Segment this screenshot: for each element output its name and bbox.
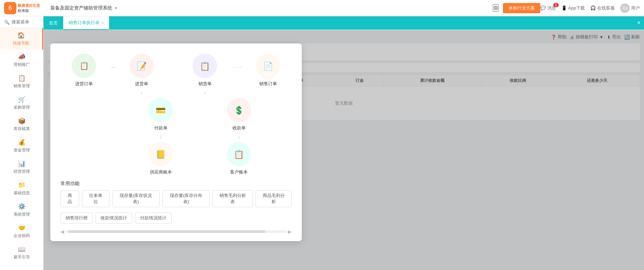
trial-button[interactable]: 体验行业方案	[503, 3, 540, 13]
sidebar-item-finance[interactable]: 💰 资金管理	[0, 135, 43, 157]
sidebar-label-marketing: 营销推广	[14, 62, 30, 68]
corp-icon: 🤝	[18, 224, 25, 232]
sale-bill-node[interactable]: 📋 销货单	[181, 54, 228, 87]
supplier-ledger-icon: 📒	[149, 142, 173, 166]
receipt-node[interactable]: 💲 收款单	[210, 98, 268, 131]
common-function-btn[interactable]: 付款情况统计	[135, 213, 172, 223]
svg-text:💳: 💳	[156, 105, 166, 115]
basic-icon: 📁	[18, 181, 25, 189]
sidebar-item-inventory[interactable]: 📦 库存核算	[0, 114, 43, 135]
sidebar-item-marketing[interactable]: 📣 营销推广	[0, 50, 43, 71]
sales-icon: 📋	[18, 74, 25, 82]
svg-text:💲: 💲	[234, 105, 244, 115]
sidebar-item-newbie[interactable]: 📖 新手引导	[0, 242, 43, 264]
common-function-btn[interactable]: 销售排行榜	[60, 213, 93, 223]
sidebar-item-operation[interactable]: 📊 经营管理	[0, 157, 43, 178]
modal-overlay: 📋 进货订单 → 📝	[43, 30, 644, 270]
svg-text:📄: 📄	[263, 61, 273, 71]
modal-inner: 📋 进货订单 → 📝	[50, 43, 302, 241]
purchase-icon: 🛒	[18, 96, 25, 103]
common-title: 常用功能	[60, 181, 292, 187]
app-download-button[interactable]: 📱 App下载	[561, 5, 585, 11]
sidebar-label-corp: 企业协同	[14, 233, 30, 239]
modal: 📋 进货订单 → 📝	[50, 43, 302, 241]
sidebar-item-purchase[interactable]: 🛒 采购管理	[0, 92, 43, 114]
flow-row-3: 📒 供应商账本 📋	[60, 142, 292, 175]
dashed-arrow-1: - - -→	[228, 64, 245, 70]
sidebar-item-sales[interactable]: 📋 销售管理	[0, 71, 43, 92]
common-function-btn[interactable]: 现存量(库存分布表)	[162, 190, 210, 207]
logo-icon: 6	[4, 2, 16, 14]
supplier-ledger-node[interactable]: 📒 供应商账本	[132, 142, 190, 175]
receipt-icon: 💲	[227, 98, 251, 122]
service-icon: 🎧	[590, 5, 596, 11]
flow-diagram: 📋 进货订单 → 📝	[60, 54, 292, 175]
sidebar-item-corp[interactable]: 🤝 企业协同	[0, 221, 43, 242]
sidebar: 🔍 搜索菜单 🏠 快捷导航 📣 营销推广 📋 销售管理 🛒 采购管理 📦	[0, 16, 43, 270]
common-btn-row-1: 商品往来单位现存量(库存状况表)现存量(库存分布表)销售毛利分析表商品毛利分析	[60, 190, 292, 207]
scroll-track[interactable]	[66, 230, 286, 233]
sidebar-label-basic: 基础信息	[14, 190, 30, 196]
top-right-area: 💬 消息 6 📱 App下载 🎧 在线客服 Ea 用户	[540, 3, 640, 13]
scroll-left-arrow[interactable]: ◀	[60, 229, 64, 234]
sidebar-item-system[interactable]: ⚙️ 系统管理	[0, 199, 43, 221]
sale-order-label: 销售订单	[259, 81, 277, 87]
v-arrows-row: ↓ ↓	[60, 87, 292, 98]
finance-icon: 💰	[18, 139, 25, 146]
sidebar-item-quick-nav[interactable]: 🏠 快捷导航	[0, 28, 43, 50]
common-function-btn[interactable]: 商品毛利分析	[256, 190, 292, 207]
online-service-button[interactable]: 🎧 在线客服	[590, 5, 615, 11]
common-function-btn[interactable]: 往来单位	[82, 190, 109, 207]
scroll-bar-row: ◀ ▶	[60, 229, 292, 234]
tab-home[interactable]: 首页	[43, 16, 63, 30]
purchase-bill-node[interactable]: 📝 进货单	[118, 54, 165, 87]
logo-area: 6 畅康通好生意 标准版	[4, 2, 48, 14]
v-arrows-row-2: ↓ ↓	[60, 131, 292, 142]
system-title: 装备及固定资产辅助管理系统 ▼	[50, 5, 490, 11]
customer-ledger-node[interactable]: 📋 客户账本	[210, 142, 268, 175]
customer-ledger-label: 客户账本	[230, 169, 248, 175]
v-arrow-payment: ↓	[132, 131, 190, 142]
sidebar-label-quick-nav: 快捷导航	[13, 40, 29, 46]
search-menu[interactable]: 🔍 搜索菜单	[0, 16, 43, 28]
purchase-order-icon: 📋	[72, 54, 96, 78]
common-function-btn[interactable]: 现存量(库存状况表)	[112, 190, 160, 207]
tab-sales-order[interactable]: 销售订单执行表 ×	[63, 16, 109, 30]
scroll-area: ◀ ▶	[60, 229, 292, 234]
dropdown-icon[interactable]: ▼	[114, 6, 118, 10]
scroll-thumb	[68, 230, 265, 233]
avatar: Ea	[620, 3, 630, 13]
logo-text: 畅康通好生意 标准版	[18, 3, 40, 13]
close-all-button[interactable]: ×	[637, 19, 641, 26]
common-btn-row-2: 销售排行榜收款情况统计付款情况统计	[60, 213, 172, 223]
logo-line1: 畅康通好生意	[18, 3, 40, 8]
sale-order-icon: 📄	[256, 54, 280, 78]
common-function-btn[interactable]: 商品	[60, 190, 79, 207]
sidebar-label-newbie: 新手引导	[14, 254, 30, 260]
svg-text:📝: 📝	[137, 61, 147, 71]
logo-line2: 标准版	[18, 8, 40, 13]
purchase-order-node[interactable]: 📋 进货订单	[60, 54, 107, 87]
common-section: 常用功能 商品往来单位现存量(库存状况表)现存量(库存分布表)销售毛利分析表商品…	[60, 181, 292, 223]
purchase-bill-label: 进货单	[135, 81, 148, 87]
message-badge: 6	[553, 3, 559, 7]
supplier-ledger-label: 供应商账本	[150, 169, 172, 175]
message-button[interactable]: 💬 消息 6	[540, 5, 556, 11]
close-tab-icon[interactable]: ×	[102, 21, 104, 25]
svg-text:📋: 📋	[200, 61, 210, 71]
quick-nav-icon: 🏠	[17, 32, 25, 39]
gear-button[interactable]: ⚙	[493, 4, 499, 12]
scroll-right-arrow[interactable]: ▶	[288, 229, 292, 234]
arrow-1: →	[107, 63, 118, 71]
common-function-btn[interactable]: 销售毛利分析表	[212, 190, 253, 207]
common-function-btn[interactable]: 收款情况统计	[95, 213, 132, 223]
payment-node[interactable]: 💳 付款单	[132, 98, 190, 131]
user-area[interactable]: Ea 用户	[620, 3, 640, 13]
sidebar-label-finance: 资金管理	[14, 147, 30, 153]
sidebar-item-basic[interactable]: 📁 基础信息	[0, 178, 43, 199]
payment-label: 付款单	[154, 125, 168, 131]
sidebar-label-system: 系统管理	[14, 212, 30, 217]
sale-order-node[interactable]: 📄 销售订单	[245, 54, 292, 87]
v-arrow-purchase-bill: ↓	[118, 87, 165, 98]
common-buttons: 商品往来单位现存量(库存状况表)现存量(库存分布表)销售毛利分析表商品毛利分析销…	[60, 190, 292, 223]
